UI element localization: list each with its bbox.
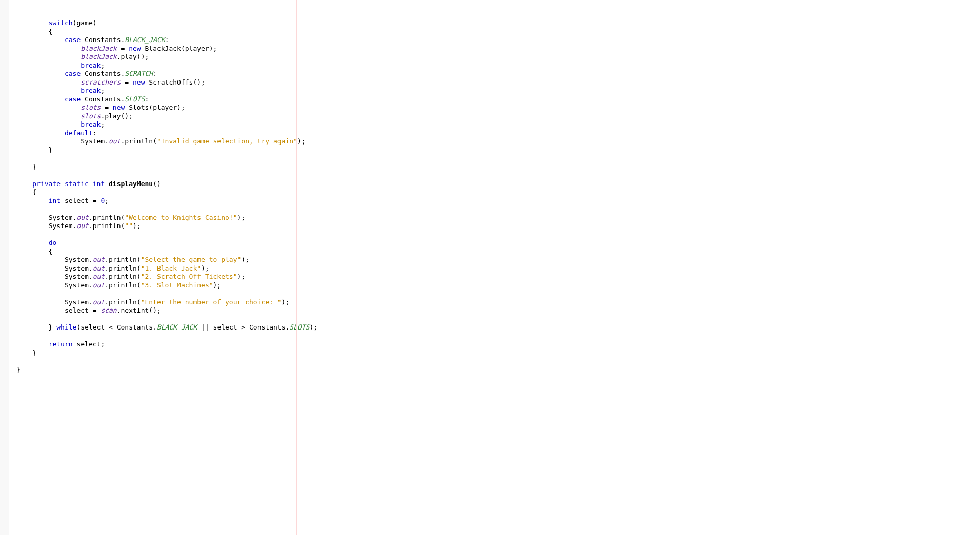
code-content[interactable]: switch(game) { case Constants.BLACK_JACK… <box>14 0 980 535</box>
source-code[interactable]: switch(game) { case Constants.BLACK_JACK… <box>16 19 980 374</box>
fold-gutter <box>9 0 14 535</box>
code-editor[interactable]: switch(game) { case Constants.BLACK_JACK… <box>0 0 980 535</box>
line-number-gutter <box>0 0 9 535</box>
